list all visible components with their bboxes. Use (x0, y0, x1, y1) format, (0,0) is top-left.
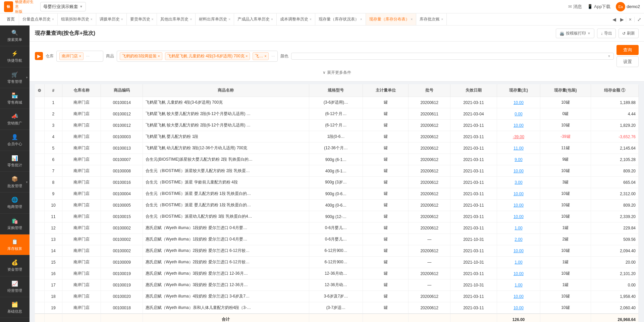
settings-btn[interactable]: 设置 (616, 56, 639, 67)
cell-stock-main[interactable]: 0.00 (497, 108, 540, 120)
cell-stock-main[interactable]: 10.00 (497, 268, 540, 279)
goods-tag-close-2[interactable]: × (264, 54, 266, 58)
tab-home[interactable]: 首页 (3, 13, 19, 25)
expand-conditions-btn[interactable]: ∨ 展开更多条件 (323, 70, 351, 75)
sidebar-item-purchase[interactable]: 🛍️ 采购管理 (0, 214, 30, 234)
cell-stock-main[interactable]: 1.00 (497, 257, 540, 268)
tab-close[interactable]: × (228, 17, 230, 21)
cell-stock-main[interactable]: 2.00 (497, 234, 540, 245)
sidebar-item-ecommerce[interactable]: 🌐 电商管理 (0, 193, 30, 213)
tab-close[interactable]: × (310, 17, 312, 21)
sidebar-item-retail-mgmt[interactable]: 🛒 零售管理 ▼ (0, 67, 30, 88)
cell-stock-main[interactable]: 3.00 (497, 177, 540, 188)
expand-more-conditions[interactable]: ∨ 展开更多条件 (35, 67, 639, 78)
tab-close[interactable]: × (152, 17, 154, 21)
cell-stock-main[interactable]: 10.00 (497, 200, 540, 211)
sidebar-item-basic[interactable]: 🗂️ 基础信息 (0, 297, 30, 318)
app-download-btn[interactable]: 📱 App下载 (587, 4, 610, 10)
warehouse-tag-close[interactable]: × (79, 54, 81, 58)
goods-tag-close-0[interactable]: × (158, 54, 160, 58)
cell-stock-main[interactable]: 10.00 (497, 97, 540, 108)
tab-stock-dist[interactable]: 现存量（库存分布表） × (366, 13, 417, 25)
sidebar-label-finance: 资金管理 (7, 267, 22, 272)
tab-stock-status[interactable]: 现存量（库存状况表） × (315, 13, 366, 25)
goods-more[interactable]: ··· (271, 54, 275, 58)
sidebar-item-wholesale[interactable]: 📦 批发管理 ▼ (0, 172, 30, 193)
tab-close[interactable]: × (52, 17, 54, 21)
cell-stock-main[interactable]: 10.00 (497, 165, 540, 177)
user-area[interactable]: Ea demo2 (616, 2, 640, 11)
tab-unpack[interactable]: 组装拆卸单历史 × (58, 13, 96, 25)
tab-close[interactable]: × (271, 17, 273, 21)
tab-prev-btn[interactable]: ◀ (610, 15, 618, 23)
tab-close[interactable]: × (121, 17, 123, 21)
cell-warehouse: 南岸门店 (62, 302, 101, 314)
goods-input[interactable]: 飞鹤奶粉3段两提装 × 飞鹤星飞帆 儿童奶粉 4段(3-6岁适用) 700克 ×… (117, 51, 278, 62)
cell-stock-main[interactable]: 11.00 (497, 143, 540, 154)
query-btn[interactable]: 查询 (616, 45, 639, 55)
filter-expand-arrow[interactable]: ▶ (35, 52, 43, 60)
cell-stock-main[interactable]: 9.00 (497, 154, 540, 165)
sidebar-item-search[interactable]: 🔍 搜索英单 (0, 25, 30, 46)
retail-mgmt-icon: 🛒 (11, 71, 18, 78)
sidebar-item-finance[interactable]: 💰 资金管理 (0, 255, 30, 276)
sidebar-item-retail-stats[interactable]: 📊 零售统计 (0, 151, 30, 172)
sidebar-item-member[interactable]: 👤 会员中心 (0, 130, 30, 151)
export-btn[interactable]: ↓ 导出 (597, 29, 616, 38)
cell-settings (35, 177, 44, 188)
goods-tag-1: 飞鹤星飞帆 儿童奶粉 4段(3-6岁适用) 700克 × (165, 52, 250, 60)
tab-material-out[interactable]: 材料出库单历史 × (196, 13, 234, 25)
cell-stock-main[interactable]: 10.00 (497, 120, 540, 131)
user-avatar: Ea (616, 2, 625, 11)
cell-stock-main[interactable]: 10.00 (497, 302, 540, 314)
tab-other-out[interactable]: 其他出库单历史 × (157, 13, 196, 25)
tab-close[interactable]: × (91, 17, 93, 21)
tab-next-btn[interactable]: ▶ (618, 15, 626, 23)
cell-stock-main[interactable]: -39.00 (497, 131, 540, 143)
tab-mix[interactable]: 调拨单历史 × (96, 13, 127, 25)
cell-stock-main[interactable]: 10.00 (497, 211, 540, 222)
cell-unit: 罐 (363, 268, 408, 279)
sidebar-item-quick-nav[interactable]: ⚡ 快捷导航 (0, 46, 30, 67)
sidebar-item-operation[interactable]: 📈 经营管理 (0, 276, 30, 297)
cell-batch: 20200612 (409, 154, 450, 165)
cell-name: 飞鹤星飞帆 婴儿配方奶粉 1段 (143, 131, 309, 143)
cell-stock-main[interactable]: 10.00 (497, 188, 540, 200)
cell-stock-main[interactable]: 1.00 (497, 279, 540, 291)
print-btn[interactable]: 🖨️ 按模板打印 ▼ (556, 29, 594, 38)
warehouse-more[interactable]: ··· (86, 54, 90, 58)
tab-batch[interactable]: 库存批次账 × (416, 13, 447, 25)
tab-cost-adjust[interactable]: 成本调整单历史 × (277, 13, 315, 25)
cell-expire: 2021-10-31 (450, 279, 497, 291)
sidebar-item-retail-shop[interactable]: 🏪 零售商城 (0, 88, 30, 109)
sidebar-item-system[interactable]: ⚙️ 系统管理 (0, 318, 30, 322)
warehouse-input[interactable]: 南岸门店 × ··· (56, 51, 103, 62)
user-name: demo2 (627, 4, 640, 9)
cell-warehouse: 南岸门店 (62, 188, 101, 200)
sidebar-item-inventory[interactable]: 📋 库存核算 (0, 234, 30, 255)
tab-split-disk[interactable]: 分量盘点单历史 × (19, 13, 58, 25)
cell-name: 飞鹤星飞帆 较大婴儿配方奶粉 2段(6-12个月婴幼儿适用) … (143, 108, 309, 120)
tab-close[interactable]: × (441, 17, 443, 21)
tab-close[interactable]: × (360, 17, 362, 21)
sidebar-item-marketing[interactable]: 📣 营销推广 (0, 109, 30, 130)
col-settings[interactable]: ⚙ (35, 84, 44, 97)
goods-tag-close-1[interactable]: × (246, 54, 248, 58)
tab-request[interactable]: 要货单历史 × (127, 13, 157, 25)
cell-stock-pkg: 10罐 (540, 200, 591, 211)
cell-settings (35, 200, 44, 211)
tab-close-all-btn[interactable]: × (626, 17, 634, 22)
color-input[interactable]: ▼ (291, 53, 614, 60)
cell-stock-main[interactable]: 10.00 (497, 245, 540, 257)
refresh-btn[interactable]: ↺ 刷新 (619, 29, 639, 38)
cell-stock-main[interactable]: 1.00 (497, 222, 540, 234)
tab-maximize-btn[interactable]: ⤢ (634, 17, 644, 22)
cell-balance: 2,312.00 (591, 188, 638, 200)
tab-close[interactable]: × (411, 17, 413, 21)
tab-product-in[interactable]: 产成品入库单历史 × (234, 13, 277, 25)
tab-close[interactable]: × (190, 17, 192, 21)
company-selector[interactable]: 母婴行业演示账套 ▼ (40, 2, 86, 11)
sidebar-label-wholesale: 批发管理 (7, 183, 22, 188)
message-btn[interactable]: ✉ 消息 (568, 4, 582, 10)
cell-stock-main[interactable]: 10.00 (497, 291, 540, 302)
